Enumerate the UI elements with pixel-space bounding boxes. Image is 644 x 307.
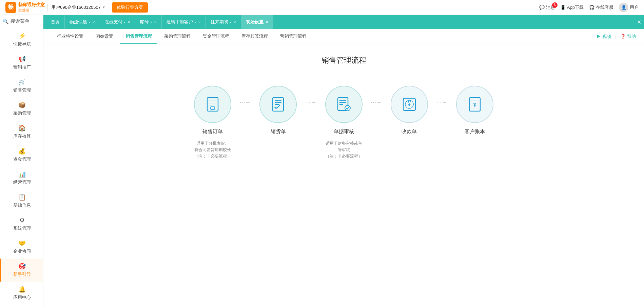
step-desc-sales-order: 适用于分批发货、有合同发货周期较长（注：非必要流程） [194,140,231,160]
chevron-down-icon: ▼ [102,5,105,9]
step-circle-receipt[interactable]: ¥ [391,86,428,123]
headset-icon: 🎧 [589,5,594,10]
message-item[interactable]: 💬 消息 6 [539,4,555,11]
sidebar-item-sales-mgmt[interactable]: 🛒 销售管理 [0,74,43,97]
svg-rect-0 [207,98,218,111]
sub-tab-industry[interactable]: 行业特性设置 [52,29,89,44]
app-download-label: App下载 [567,4,584,11]
try-industry-button[interactable]: 体验行业方案 [112,2,148,13]
sidebar-item-basic-info[interactable]: 📋 基础信息 [0,189,43,212]
inventory-icon: 🏠 [18,124,26,132]
sub-tab-finance-flow[interactable]: 资金管理流程 [197,29,235,44]
new-guide-icon: 🎯 [18,263,26,270]
sub-tab-initial-setup[interactable]: 初始设置 [90,29,119,44]
flow-title: 销售管理流程 [60,55,628,65]
step-label-delivery-order: 销货单 [271,128,286,135]
step-circle-delivery-order[interactable] [259,86,297,123]
sub-tab-purchase-flow[interactable]: 采购管理流程 [159,29,196,44]
close-icon[interactable]: ✕ [128,20,130,24]
step-circle-doc-review[interactable] [325,86,363,123]
header-left: 畅 畅库通好生意 标准版 用户690企业1660120507 ▼ 体验行业方案 [5,2,148,13]
sidebar-label-new-guide: 新手引导 [13,271,31,278]
sidebar-label-business: 经营管理 [13,179,31,185]
divider: | [615,34,616,39]
basic-info-icon: 📋 [18,193,26,201]
sales-icon: 🛒 [18,78,26,86]
nav-tab-period-init[interactable]: 往来期初 ▾ ✕ [206,15,241,29]
sub-tab-marketing-flow[interactable]: 营销管理流程 [275,29,312,44]
svg-point-13 [345,105,350,111]
nav-tab-home[interactable]: 首页 [46,15,65,29]
step-circle-sales-order[interactable] [194,86,231,123]
sidebar-item-business-mgmt[interactable]: 📊 经营管理 [0,166,43,189]
arrow-icon: ···→ [371,99,382,105]
video-link[interactable]: ▶ 视频 [597,34,611,40]
marketing-icon: 📢 [18,55,26,63]
business-icon: 📊 [18,170,26,178]
chevron-down-icon: ▾ [89,20,90,24]
chevron-down-icon: ▾ [150,20,152,24]
sidebar-search-label: 搜索菜单 [11,18,30,24]
sidebar-label-app-center: 应用中心 [13,294,31,301]
arrow-icon: ···→ [240,99,251,105]
sidebar-label-finance: 资金管理 [13,156,31,162]
chevron-down-icon: ▾ [230,20,231,24]
sub-tab-inventory-flow[interactable]: 库存核算流程 [236,29,273,44]
close-icon[interactable]: ✕ [154,20,157,24]
step-label-sales-order: 销售订单 [202,128,223,135]
flow-arrow-3: ···→ [371,86,382,105]
sidebar-label-inventory: 库存核算 [13,133,31,139]
header-right: 💬 消息 6 📱 App下载 🎧 在线客服 👤 用户 [539,3,639,12]
app-download-item[interactable]: 📱 App下载 [560,4,584,11]
sidebar-item-new-guide[interactable]: 🎯 新手引导 [0,259,43,282]
sub-tabs: 行业特性设置 初始设置 销售管理流程 采购管理流程 资金管理流程 库存核算流程 [43,29,644,44]
flow-step-doc-review: 单据审核 适用于财务审核或主管审核（注：非必要流程） [317,86,371,160]
app-center-icon: 🔔 [18,286,26,293]
sub-tab-sales-flow[interactable]: 销售管理流程 [120,29,157,44]
svg-text:¥: ¥ [408,100,411,107]
user-profile-item[interactable]: 👤 用户 [619,3,639,12]
nav-tabs: 首页 物流快递 ▾ ✕ 在线支付 ▾ ✕ 账号 ▾ ✕ 邀请下游客户 ▾ ✕ [43,15,644,29]
chevron-down-icon: ▾ [124,20,125,24]
online-service-item[interactable]: 🎧 在线客服 [589,4,613,11]
nav-tab-invite-downstream[interactable]: 邀请下游客户 ▾ ✕ [162,15,206,29]
sidebar-label-purchase: 采购管理 [13,110,31,116]
nav-tab-initial-setup[interactable]: 初始设置 ✕ [241,15,273,29]
avatar: 👤 [619,3,628,12]
nav-tab-logistics[interactable]: 物流快递 ▾ ✕ [65,15,100,29]
play-icon: ▶ [597,34,601,39]
sidebar-item-system-mgmt[interactable]: ⚙ 系统管理 [0,212,43,236]
sidebar-search[interactable]: 🔍 搜索菜单 [0,15,43,28]
sidebar-item-enterprise-wechat[interactable]: 💬 企业微信 [0,305,43,307]
close-icon[interactable]: ✕ [233,20,236,24]
nav-tab-payment[interactable]: 在线支付 ▾ ✕ [100,15,135,29]
sidebar-item-marketing-promo[interactable]: 📢 营销推广 [0,51,43,74]
sidebar-item-quick-nav[interactable]: ⚡ 快捷导航 [0,28,43,51]
sidebar-item-finance-mgmt[interactable]: 💰 资金管理 [0,143,43,166]
nav-tab-account[interactable]: 账号 ▾ ✕ [135,15,162,29]
top-header: 畅 畅库通好生意 标准版 用户690企业1660120507 ▼ 体验行业方案 … [0,0,644,15]
right-content: 首页 物流快递 ▾ ✕ 在线支付 ▾ ✕ 账号 ▾ ✕ 邀请下游客户 ▾ ✕ [43,15,644,307]
flow-step-delivery-order: 销货单 [251,86,305,135]
step-label-doc-review: 单据审核 [334,128,354,135]
sidebar-item-enterprise-coop[interactable]: 🤝 企业协同 [0,236,43,259]
sidebar-item-app-center[interactable]: 🔔 应用中心 [0,282,43,305]
step-circle-customer-account[interactable]: ¥ [456,86,493,123]
user-selector[interactable]: 用户690企业1660120507 ▼ [47,3,109,12]
step-label-receipt: 收款单 [402,128,417,135]
close-icon[interactable]: ✕ [198,20,201,24]
close-all-tabs-icon[interactable]: ✕ [637,19,641,25]
sidebar-item-purchase-mgmt[interactable]: 📦 采购管理 [0,97,43,120]
flow-arrow-1: ···→ [240,86,251,105]
step-label-customer-account: 客户账本 [465,128,485,135]
help-link[interactable]: ❓ 帮助 [620,34,636,40]
sidebar-label-marketing: 营销推广 [13,64,31,70]
flow-arrow-4: ···→ [436,86,448,105]
sub-tabs-right: ▶ 视频 | ❓ 帮助 [597,34,636,40]
close-icon[interactable]: ✕ [266,20,268,24]
arrow-icon: ···→ [436,99,448,105]
close-icon[interactable]: ✕ [92,20,95,24]
flow-step-sales-order: 销售订单 适用于分批发货、有合同发货周期较长（注：非必要流程） [186,86,240,160]
sidebar-item-inventory[interactable]: 🏠 库存核算 [0,120,43,143]
sidebar-label-sales: 销售管理 [13,87,31,93]
